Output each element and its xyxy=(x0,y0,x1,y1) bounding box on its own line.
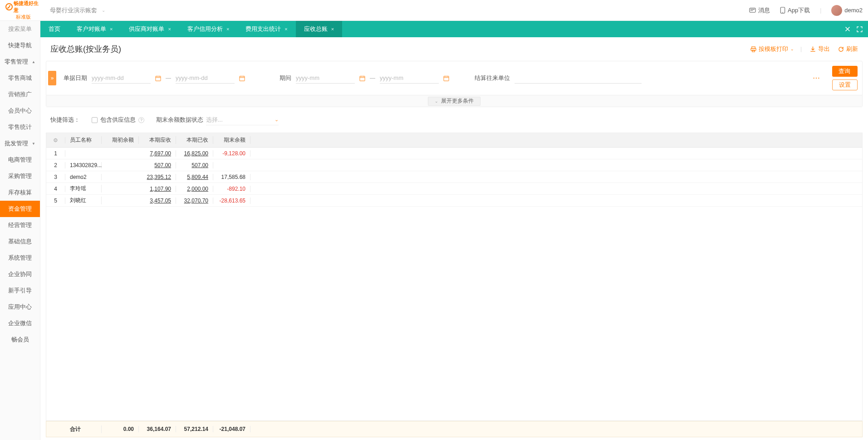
table-row[interactable]: 2134302829...507.00507.00 xyxy=(46,159,862,171)
sidebar-item[interactable]: 畅会员 xyxy=(0,331,40,348)
close-all-icon[interactable] xyxy=(845,26,850,32)
fullscreen-icon[interactable] xyxy=(857,26,863,32)
sidebar-item[interactable]: 营销推广 xyxy=(0,86,40,103)
include-supply-label: 包含供应信息 xyxy=(100,116,136,124)
close-icon[interactable]: × xyxy=(168,26,171,32)
avatar xyxy=(831,5,842,16)
logo-text: 畅捷通好生意 xyxy=(14,0,41,14)
username: demo2 xyxy=(844,7,863,14)
sidebar-item[interactable]: 系统管理 xyxy=(0,250,40,266)
settings-button[interactable]: 设置 xyxy=(832,79,858,90)
calendar-icon[interactable] xyxy=(155,75,161,81)
account-select[interactable]: 母婴行业演示账套 ⌄ xyxy=(50,6,105,15)
calendar-icon[interactable] xyxy=(359,75,365,81)
caret-icon: ▼ xyxy=(32,142,35,146)
bill-date-label: 单据日期 xyxy=(64,74,87,82)
sidebar-item[interactable]: 零售商城 xyxy=(0,70,40,86)
tab[interactable]: 客户对账单× xyxy=(69,21,121,37)
chevron-down-icon: ⌄ xyxy=(102,8,105,13)
svg-rect-6 xyxy=(752,50,755,52)
messages-link[interactable]: 消息 xyxy=(749,6,770,15)
app-download-link[interactable]: App下载 xyxy=(780,6,810,15)
col-employee: 员工名称 xyxy=(65,136,102,144)
table-row[interactable]: 5刘晓红3,457.0532,070.70-28,613.65 xyxy=(46,195,862,207)
period-from-input[interactable] xyxy=(296,73,355,84)
sidebar-item[interactable]: 企业协同 xyxy=(0,266,40,282)
close-icon[interactable]: × xyxy=(226,26,229,32)
print-button[interactable]: 按模板打印 ⌄ xyxy=(750,45,794,53)
svg-rect-9 xyxy=(360,76,365,80)
calendar-icon[interactable] xyxy=(443,75,449,81)
expand-filters-button[interactable]: ⌄ 展开更多条件 xyxy=(428,97,481,106)
help-icon[interactable]: ? xyxy=(138,117,144,123)
close-icon[interactable]: × xyxy=(331,26,334,32)
close-icon[interactable]: × xyxy=(284,26,287,32)
sidebar-item[interactable]: 电商管理 xyxy=(0,152,40,168)
svg-point-3 xyxy=(782,12,783,13)
bill-date-from-input[interactable] xyxy=(92,73,151,84)
sidebar-item[interactable]: 资金管理 xyxy=(0,201,40,217)
filter-panel: » 单据日期 — xyxy=(46,61,863,107)
sidebar-item[interactable]: 库存核算 xyxy=(0,184,40,201)
export-icon xyxy=(810,46,816,52)
tab[interactable]: 首页 xyxy=(40,21,69,37)
bill-date-to-input[interactable] xyxy=(176,73,235,84)
col-receivable: 本期应收 xyxy=(139,136,176,144)
tab[interactable]: 费用支出统计× xyxy=(237,21,295,37)
total-ending: -21,048.07 xyxy=(213,426,250,432)
sidebar-item[interactable]: 采购管理 xyxy=(0,168,40,184)
sidebar-item[interactable]: 新手引导 xyxy=(0,282,40,299)
gear-icon[interactable]: ⚙ xyxy=(53,137,58,143)
sidebar-item[interactable]: 快捷导航 xyxy=(0,37,40,54)
data-table: ⚙ 员工名称 期初余额 本期应收 本期已收 期末余额 17,697.0016,8… xyxy=(46,133,863,421)
page-header: 应收总账(按业务员) 按模板打印 ⌄ | 导出 xyxy=(40,37,868,61)
sidebar-item[interactable]: 企业微信 xyxy=(0,315,40,331)
period-to-input[interactable] xyxy=(380,73,439,84)
table-row[interactable]: 17,697.0016,825.00-9,128.00 xyxy=(46,148,862,159)
print-icon xyxy=(750,46,756,52)
sidebar-search[interactable]: 搜索菜单 xyxy=(0,21,40,37)
table-row[interactable]: 4李玲瑶1,107.902,000.00-892.10 xyxy=(46,183,862,195)
sidebar-item[interactable]: 零售统计 xyxy=(0,119,40,135)
account-name: 母婴行业演示账套 xyxy=(50,6,97,15)
sidebar-item[interactable]: 零售管理▲ xyxy=(0,54,40,70)
collapse-filter-button[interactable]: » xyxy=(48,71,56,85)
svg-rect-1 xyxy=(750,8,755,12)
sidebar-item[interactable]: 会员中心 xyxy=(0,103,40,119)
refresh-button[interactable]: 刷新 xyxy=(838,45,858,53)
svg-rect-10 xyxy=(444,76,449,80)
sidebar-item[interactable]: 基础信息 xyxy=(0,233,40,250)
refresh-label: 刷新 xyxy=(846,45,858,53)
col-received: 本期已收 xyxy=(176,136,213,144)
table-row[interactable]: 3demo223,395.125,809.4417,585.68 xyxy=(46,171,862,183)
sidebar-item[interactable]: 批发管理▼ xyxy=(0,135,40,152)
app-download-label: App下载 xyxy=(788,6,810,15)
dash: — xyxy=(166,75,171,81)
chevron-down-icon: ⌄ xyxy=(435,99,438,104)
total-receivable: 36,164.07 xyxy=(139,426,176,432)
query-button[interactable]: 查询 xyxy=(832,66,858,77)
sidebar-item[interactable]: 经营管理 xyxy=(0,217,40,233)
close-icon[interactable]: × xyxy=(110,26,113,32)
balance-status-select[interactable]: 选择... ⌄ xyxy=(206,114,279,125)
print-label: 按模板打印 xyxy=(759,45,788,53)
sidebar-item[interactable]: 应用中心 xyxy=(0,299,40,315)
export-label: 导出 xyxy=(818,45,830,53)
table-header: ⚙ 员工名称 期初余额 本期应收 本期已收 期末余额 xyxy=(46,133,862,148)
include-supply-checkbox[interactable] xyxy=(92,117,98,123)
tab[interactable]: 客户信用分析× xyxy=(179,21,237,37)
settlement-unit-input[interactable] xyxy=(515,73,642,84)
tab[interactable]: 供应商对账单× xyxy=(121,21,179,37)
table-total-row: 合计 0.00 36,164.07 57,212.14 -21,048.07 xyxy=(46,421,863,437)
calendar-icon[interactable] xyxy=(239,75,245,81)
message-icon xyxy=(749,7,756,14)
export-button[interactable]: 导出 xyxy=(810,45,830,53)
dash: — xyxy=(370,75,375,81)
chevron-down-icon: ⌄ xyxy=(275,117,279,123)
svg-rect-8 xyxy=(240,76,245,80)
tab[interactable]: 应收总账× xyxy=(296,21,342,37)
more-filters-button[interactable]: ··· xyxy=(813,75,820,81)
user-menu[interactable]: demo2 xyxy=(831,5,863,16)
refresh-icon xyxy=(838,46,844,52)
period-label: 期间 xyxy=(280,74,291,82)
